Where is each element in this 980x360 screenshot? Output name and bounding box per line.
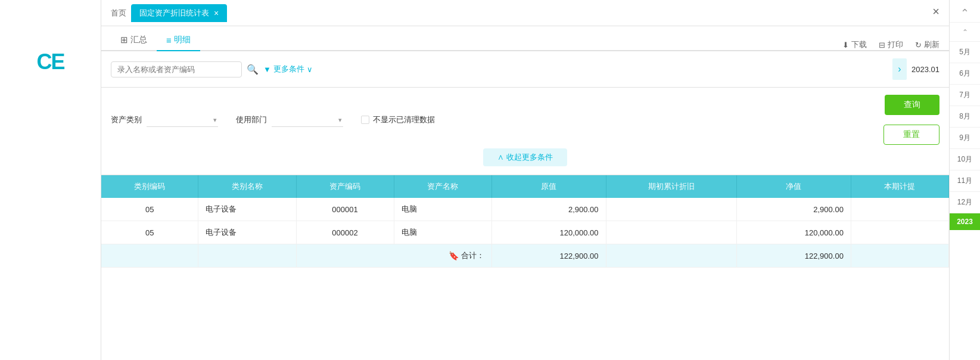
cell-accum-dep (606, 198, 736, 221)
cell-asset-name: 电脑 (394, 221, 491, 244)
col-accumulated-dep: 期初累计折旧 (606, 175, 736, 198)
total-row: 🔖 合计： 122,900.00 122,900.00 (101, 244, 949, 268)
cell-asset-code: 000001 (296, 198, 394, 221)
cell-orig-val: 2,900.00 (491, 198, 606, 221)
department-select[interactable] (272, 113, 343, 127)
tab-bar: ⊞ 汇总 ≡ 明细 ⬇ 下载 ⊟ 打印 ↻ 刷新 (101, 26, 949, 51)
print-btn[interactable]: ⊟ 打印 (879, 39, 903, 50)
print-label: 打印 (888, 39, 903, 50)
nav-home[interactable]: 首页 (111, 8, 126, 18)
total-label-cell: 🔖 合计： (296, 244, 491, 268)
hide-cleared-checkbox[interactable] (361, 116, 369, 124)
collapse-btn[interactable]: ∧ 收起更多条件 (483, 148, 567, 166)
asset-category-select[interactable] (147, 113, 218, 127)
download-btn[interactable]: ⬇ 下载 (842, 39, 867, 50)
reset-btn[interactable]: 重置 (883, 125, 939, 145)
tab-detail[interactable]: ≡ 明细 (157, 30, 200, 51)
cell-cat-name: 电子设备 (198, 198, 296, 221)
asset-category-label: 资产类别 (111, 114, 142, 125)
cell-net-val: 120,000.00 (736, 221, 851, 244)
table-row: 05 电子设备 000002 电脑 120,000.00 120,000.00 (101, 221, 949, 244)
total-accum-dep (606, 244, 736, 268)
tab-close-btn[interactable]: × (214, 8, 219, 18)
total-empty-1 (101, 244, 198, 268)
col-category-code: 类别编码 (101, 175, 198, 198)
search-input[interactable] (111, 61, 242, 77)
download-icon: ⬇ (842, 41, 849, 49)
more-filter-btn[interactable]: ▼ 更多条件 ∨ (263, 64, 313, 75)
more-filter-label: 更多条件 (273, 64, 304, 75)
close-window-btn[interactable]: × (932, 5, 939, 18)
tab-summary[interactable]: ⊞ 汇总 (111, 30, 157, 51)
department-group: 使用部门 (236, 113, 343, 127)
cell-asset-name: 电脑 (394, 198, 491, 221)
month-10[interactable]: 10月 (950, 149, 981, 170)
logo-area: CE (0, 0, 101, 360)
cell-cur-period (851, 198, 948, 221)
total-net-val: 122,900.00 (736, 244, 851, 268)
col-net-value: 净值 (736, 175, 851, 198)
sidebar-up2-btn[interactable]: ⌃ (950, 23, 981, 42)
chevron-down-icon: ∨ (307, 65, 313, 74)
table-wrapper: 类别编码 类别名称 资产编码 资产名称 原值 期初累计折旧 净值 本期计提 05… (101, 175, 949, 360)
cell-orig-val: 120,000.00 (491, 221, 606, 244)
month-9[interactable]: 9月 (950, 128, 981, 149)
right-sidebar: ⌃ ⌃ 5月 6月 7月 8月 9月 10月 11月 12月 2023 (949, 0, 980, 360)
logo-icon: CE (24, 42, 77, 82)
refresh-btn[interactable]: ↻ 刷新 (915, 39, 939, 50)
hide-cleared-label: 不显示已清理数据 (373, 114, 435, 125)
month-8[interactable]: 8月 (950, 106, 981, 128)
main-content: 首页 固定资产折旧统计表 × × ⊞ 汇总 ≡ 明细 ⬇ 下载 (101, 0, 949, 360)
year-badge[interactable]: 2023 (950, 213, 981, 230)
query-btns: 查询 重置 (883, 95, 939, 145)
download-label: 下载 (851, 39, 867, 50)
total-icon: 🔖 (449, 251, 459, 260)
tab-actions: ⬇ 下载 ⊟ 打印 ↻ 刷新 (842, 39, 939, 50)
table-row: 05 电子设备 000001 电脑 2,900.00 2,900.00 (101, 198, 949, 221)
table-header-row: 类别编码 类别名称 资产编码 资产名称 原值 期初累计折旧 净值 本期计提 (101, 175, 949, 198)
query-btn[interactable]: 查询 (885, 95, 939, 115)
print-icon: ⊟ (879, 41, 885, 49)
date-label: 2023.01 (911, 65, 939, 74)
tab-title: 固定资产折旧统计表 (139, 8, 209, 18)
cell-asset-code: 000002 (296, 221, 394, 244)
tab-detail-label: 明细 (174, 35, 191, 45)
month-7[interactable]: 7月 (950, 85, 981, 106)
col-current-period: 本期计提 (851, 175, 948, 198)
active-tab[interactable]: 固定资产折旧统计表 × (131, 4, 227, 22)
top-nav: 首页 固定资产折旧统计表 × × (101, 0, 949, 26)
total-label-text: 合计： (461, 250, 484, 261)
tab-summary-label: 汇总 (130, 35, 147, 45)
cell-cur-period (851, 221, 948, 244)
cell-cat-code: 05 (101, 221, 198, 244)
total-orig-val: 122,900.00 (491, 244, 606, 268)
month-12[interactable]: 12月 (950, 192, 981, 213)
month-11[interactable]: 11月 (950, 170, 981, 192)
refresh-label: 刷新 (924, 39, 939, 50)
department-select-wrapper (272, 113, 343, 127)
cell-net-val: 2,900.00 (736, 198, 851, 221)
sidebar-up-btn[interactable]: ⌃ (950, 4, 981, 23)
cell-cat-name: 电子设备 (198, 221, 296, 244)
col-category-name: 类别名称 (198, 175, 296, 198)
asset-category-group: 资产类别 (111, 113, 218, 127)
scroll-right-btn[interactable]: › (892, 58, 907, 80)
summary-icon: ⊞ (120, 35, 128, 45)
month-5[interactable]: 5月 (950, 42, 981, 63)
department-label: 使用部门 (236, 114, 267, 125)
cell-cat-code: 05 (101, 198, 198, 221)
col-original-value: 原值 (491, 175, 606, 198)
collapse-row: ∧ 收起更多条件 (111, 145, 939, 170)
data-table: 类别编码 类别名称 资产编码 资产名称 原值 期初累计折旧 净值 本期计提 05… (101, 175, 949, 268)
hide-cleared-group: 不显示已清理数据 (361, 114, 435, 125)
month-6[interactable]: 6月 (950, 63, 981, 85)
col-asset-code: 资产编码 (296, 175, 394, 198)
detail-icon: ≡ (166, 35, 172, 45)
refresh-icon: ↻ (915, 41, 922, 49)
filter-area: 资产类别 使用部门 (101, 88, 949, 175)
cell-accum-dep (606, 221, 736, 244)
total-cur-period (851, 244, 948, 268)
filter-icon: ▼ (263, 65, 271, 74)
search-icon[interactable]: 🔍 (247, 64, 259, 75)
col-asset-name: 资产名称 (394, 175, 491, 198)
